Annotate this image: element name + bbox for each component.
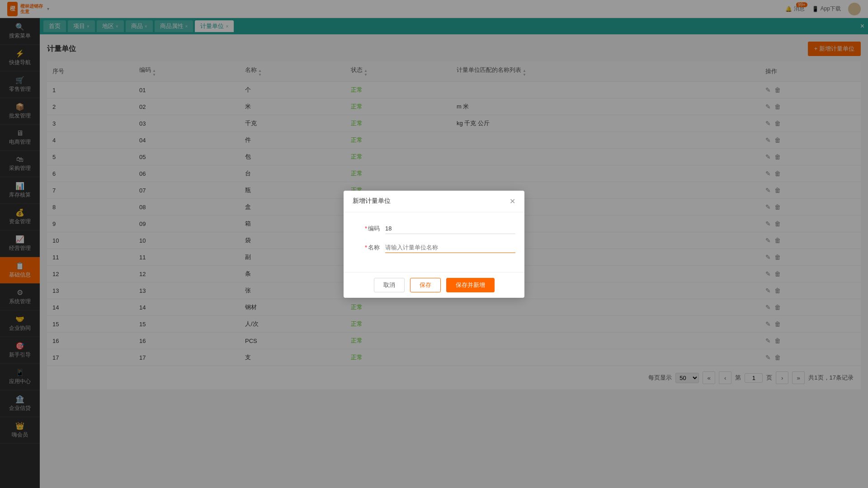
save-new-button[interactable]: 保存并新增 [446, 278, 495, 292]
modal-body: *编码 *名称 [344, 212, 524, 272]
cancel-button[interactable]: 取消 [374, 278, 405, 292]
name-label: *名称 [353, 244, 380, 252]
code-input[interactable] [385, 223, 515, 234]
name-required-mark: * [365, 244, 367, 251]
add-unit-modal: 新增计量单位 ✕ *编码 *名称 取消 保存 保存并新增 [344, 191, 524, 298]
modal-title: 新增计量单位 [353, 197, 391, 205]
name-form-row: *名称 [353, 242, 515, 253]
modal-footer: 取消 保存 保存并新增 [344, 272, 524, 298]
code-label: *编码 [353, 225, 380, 233]
modal-header: 新增计量单位 ✕ [344, 191, 524, 212]
code-form-row: *编码 [353, 223, 515, 234]
modal-overlay: 新增计量单位 ✕ *编码 *名称 取消 保存 保存并新增 [0, 0, 868, 488]
code-required-mark: * [365, 225, 367, 232]
save-button[interactable]: 保存 [410, 278, 441, 292]
modal-close-button[interactable]: ✕ [509, 197, 515, 206]
name-input[interactable] [385, 242, 515, 253]
